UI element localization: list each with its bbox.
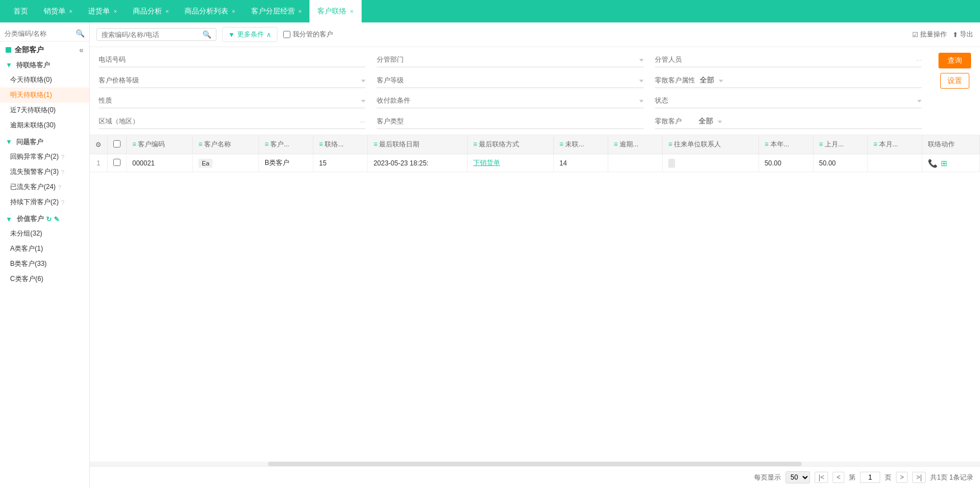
filter-gender: 性质 <box>99 94 366 108</box>
sidebar-search-input[interactable] <box>4 30 76 38</box>
close-icon[interactable]: × <box>69 8 72 15</box>
toolbar: 🔍 ▼ 更多条件 ∧ 我分管的客户 ☑ 批量操作 ⬆ 导出 <box>90 22 980 47</box>
nav-home[interactable]: 首页 <box>6 0 36 22</box>
filter-panel: 电话号码 分管部门 分管人员 ··· <box>90 47 980 135</box>
collapse-icon[interactable]: « <box>79 45 84 54</box>
customer-level-input[interactable] <box>420 76 637 84</box>
last-page-btn[interactable]: >| <box>912 472 926 483</box>
filter-actions: 查询 设置 <box>939 53 971 89</box>
region-input[interactable] <box>144 117 357 125</box>
sidebar-repeat-anomaly[interactable]: 回购异常客户(2) ? <box>0 149 89 164</box>
td-actions: 📞 ⊞ <box>922 154 979 172</box>
more-icon[interactable]: ··· <box>359 117 366 126</box>
close-icon[interactable]: × <box>350 8 353 15</box>
gender-input[interactable] <box>142 97 359 105</box>
edit-icon[interactable]: ✎ <box>54 215 59 223</box>
sidebar-week-contact[interactable]: 近7天待联络(0) <box>0 103 89 118</box>
chevron-up-icon: ∧ <box>266 31 271 39</box>
search-icon[interactable]: 🔍 <box>202 30 211 39</box>
td-overdue <box>608 154 662 172</box>
sidebar-value-header: ▼ 价值客户 ↻ ✎ <box>0 212 89 226</box>
td-category: B类客户 <box>258 154 313 172</box>
filter-row-1: 电话号码 分管部门 分管人员 ··· <box>99 53 933 67</box>
filter-region: 区域（地区） ··· <box>99 114 366 129</box>
sidebar-continuous-decline[interactable]: 持续下滑客户(2) ? <box>0 195 89 210</box>
status-input[interactable] <box>699 97 915 105</box>
phone-action-icon[interactable]: 📞 <box>928 159 937 168</box>
close-icon[interactable]: × <box>165 8 169 15</box>
batch-ops-btn[interactable]: ☑ 批量操作 <box>912 30 947 39</box>
sidebar-all-customers[interactable]: 全部客户 « <box>0 42 89 58</box>
query-button[interactable]: 查询 <box>939 53 971 68</box>
first-page-btn[interactable]: |< <box>815 472 828 483</box>
payment-input[interactable] <box>420 97 637 105</box>
nav-product-analysis-list[interactable]: 商品分析列表 × <box>177 0 243 22</box>
per-page-select[interactable]: 50 <box>785 471 810 484</box>
dept-input[interactable] <box>420 56 637 64</box>
td-contact-count: 15 <box>313 154 368 172</box>
td-year-amount: 50.00 <box>759 154 813 172</box>
th-checkbox <box>108 135 127 154</box>
search-icon[interactable]: 🔍 <box>76 29 85 38</box>
th-contact-count: ≡联络... <box>313 135 368 154</box>
table-row: 1 000021 Ea B类客户 15 2023-05-23 18:25: 下销… <box>90 154 980 172</box>
person-input[interactable] <box>699 56 913 64</box>
sidebar-tomorrow-contact[interactable]: 明天待联络(1) <box>0 88 89 103</box>
nav-purchase-order[interactable]: 进货单 × <box>80 0 124 22</box>
th-unit-contact: ≡往来单位联系人 <box>662 135 759 154</box>
phone-input[interactable] <box>142 56 366 64</box>
td-last-date: 2023-05-23 18:25: <box>368 154 468 172</box>
my-customers-check[interactable] <box>283 31 290 38</box>
nav-product-analysis[interactable]: 商品分析 × <box>125 0 177 22</box>
refresh-icon[interactable]: ↻ <box>46 215 52 223</box>
customer-type-input[interactable] <box>420 117 644 125</box>
td-this-month <box>867 154 922 172</box>
last-contact-link[interactable]: 下销货单 <box>473 159 500 167</box>
sidebar-today-contact[interactable]: 今天待联络(0) <box>0 72 89 88</box>
sidebar-a-class[interactable]: A类客户(1) <box>0 241 89 256</box>
setting-button[interactable]: 设置 <box>940 73 969 89</box>
sidebar-lost[interactable]: 已流失客户(24) ? <box>0 179 89 195</box>
row-checkbox[interactable] <box>113 159 121 166</box>
nav-customer-layering[interactable]: 客户分层经营 × <box>243 0 309 22</box>
filter-retail-attr: 零散客户属性 全部 <box>655 73 922 88</box>
export-icon: ⬆ <box>953 31 958 39</box>
sidebar-c-class[interactable]: C类客户(6) <box>0 271 89 287</box>
search-input[interactable] <box>101 31 202 39</box>
sidebar-overdue-contact[interactable]: 逾期未联络(30) <box>0 118 89 133</box>
horizontal-scrollbar[interactable] <box>90 462 980 466</box>
td-name: Ea <box>192 154 258 172</box>
prev-page-btn[interactable]: < <box>833 472 844 483</box>
th-settings[interactable]: ⚙ <box>90 135 108 154</box>
sidebar-lost-risk[interactable]: 流失预警客户(3) ? <box>0 164 89 179</box>
chevron-down-icon <box>719 76 723 85</box>
filter-row-4: 区域（地区） ··· 客户类型 零散客户 全部 <box>99 114 933 129</box>
more-filter-btn[interactable]: ▼ 更多条件 ∧ <box>222 27 278 42</box>
filter-row-3: 性质 收付款条件 状态 <box>99 94 933 108</box>
toolbar-right: ☑ 批量操作 ⬆ 导出 <box>912 30 973 39</box>
close-icon[interactable]: × <box>298 8 302 15</box>
nav-customer-contact[interactable]: 客户联络 × <box>309 0 361 22</box>
th-last-contact-date: ≡最后联络日期 <box>368 135 468 154</box>
sidebar: 🔍 全部客户 « ▼ 待联络客户 今天待联络(0) 明天待联络(1) 近7天待联… <box>0 22 90 488</box>
td-unit-contact <box>662 154 759 172</box>
sidebar-b-class[interactable]: B类客户(33) <box>0 256 89 271</box>
export-btn[interactable]: ⬆ 导出 <box>953 30 973 39</box>
page-input[interactable] <box>860 472 880 483</box>
select-all-checkbox[interactable] <box>113 140 121 148</box>
nav-sales-order[interactable]: 销货单 × <box>36 0 80 22</box>
filter-customer-level: 客户等级 <box>377 73 644 88</box>
more-icon[interactable]: ··· <box>916 56 922 64</box>
close-icon[interactable]: × <box>232 8 235 15</box>
help-icon: ? <box>61 169 64 176</box>
my-customers-checkbox[interactable]: 我分管的客户 <box>283 30 333 39</box>
next-page-btn[interactable]: > <box>896 472 908 483</box>
chevron-down-icon <box>361 76 366 85</box>
td-unreached: 14 <box>553 154 608 172</box>
qr-action-icon[interactable]: ⊞ <box>941 159 947 168</box>
sidebar-ungrouped[interactable]: 未分组(32) <box>0 226 89 241</box>
close-icon[interactable]: × <box>113 8 117 15</box>
price-level-input[interactable] <box>144 76 359 84</box>
help-icon: ? <box>61 199 64 206</box>
scrollbar-thumb <box>268 462 802 466</box>
